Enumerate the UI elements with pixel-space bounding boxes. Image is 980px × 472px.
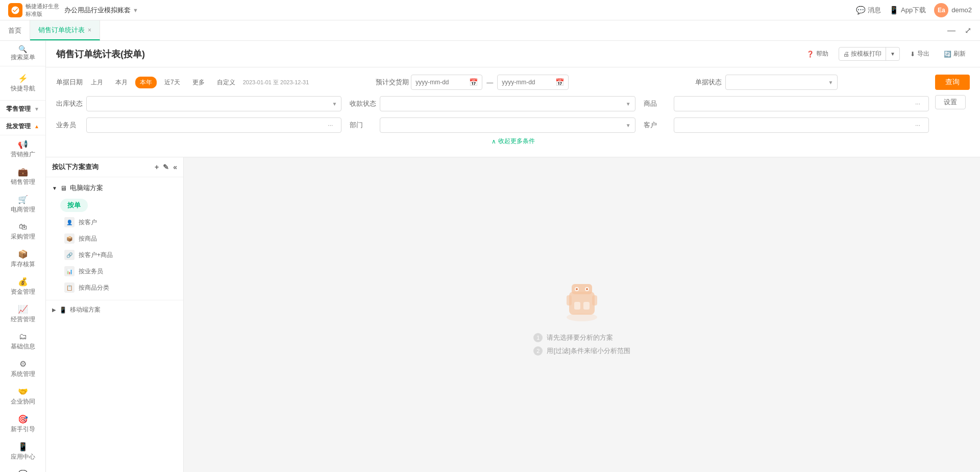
print-button[interactable]: 🖨 按模板打印 ▼ <box>839 47 900 61</box>
sidebar-item-quick-nav[interactable]: ⚡ 快捷导航 <box>0 69 45 97</box>
scheme-child-agent[interactable]: 📊 按业务员 <box>46 263 183 279</box>
goods-label: 商品 <box>644 99 672 108</box>
pay-status-select[interactable]: ▼ <box>380 96 635 111</box>
settings-button[interactable]: 设置 <box>935 95 966 109</box>
sidebar-item-wholesale[interactable]: 批发管理▲ <box>0 118 45 135</box>
agent-scheme-icon: 📊 <box>64 266 75 276</box>
scheme-parent-mobile[interactable]: ▶ 📱 移动端方案 <box>46 302 183 317</box>
customer-scheme-icon: 👤 <box>64 217 75 227</box>
logo-area: 畅捷通好生意 标准版 <box>8 3 59 17</box>
refresh-button[interactable]: 🔄 刷新 <box>940 48 970 60</box>
date-cur-month-btn[interactable]: 本月 <box>111 77 132 88</box>
goods-input[interactable]: ··· <box>674 96 929 111</box>
message-button[interactable]: 💬 消息 <box>856 6 881 15</box>
date-end-input[interactable]: 📅 <box>497 75 569 90</box>
sidebar-item-operations[interactable]: 📈 经营管理 <box>0 300 45 328</box>
goods-dots-icon[interactable]: ··· <box>911 100 924 107</box>
empty-hint-2: 2 用[过滤]条件来缩小分析范围 <box>533 346 630 356</box>
scheme-child-goods[interactable]: 📦 按商品 <box>46 230 183 247</box>
customer-input[interactable]: ··· <box>674 117 929 133</box>
agent-col: 业务员 ··· <box>56 117 341 133</box>
app-download-button[interactable]: 📱 App下载 <box>889 6 926 15</box>
appcenter-icon: 📱 <box>18 442 28 452</box>
inner-layout: 按以下方案查询 + ✎ « ▼ 🖥 电脑端方案 按单 <box>46 157 980 472</box>
sidebar-item-wecom[interactable]: 💬 企业微信 <box>0 465 45 472</box>
logo-text: 畅捷通好生意 标准版 <box>26 3 59 17</box>
print-label-part[interactable]: 🖨 按模板打印 <box>839 48 886 60</box>
scheme-active-item[interactable]: 按单 <box>46 197 183 214</box>
sidebar-item-marketing[interactable]: 📢 营销推广 <box>0 135 45 163</box>
help-button[interactable]: ❓ 帮助 <box>802 48 832 60</box>
workspace-title[interactable]: 办公用品行业模拟账套 ▼ <box>64 6 138 15</box>
edit-scheme-button[interactable]: ✎ <box>163 163 169 171</box>
sidebar-item-retail[interactable]: 零售管理▼ <box>0 101 45 117</box>
filter-fields: 单据日期 上月 本月 本年 近7天 更多 自定义 2023-01-01 至 20… <box>56 75 929 133</box>
scheme-parent-desktop[interactable]: ▼ 🖥 电脑端方案 <box>46 179 183 197</box>
goods-field[interactable] <box>678 100 911 107</box>
customer-goods-scheme-icon: 🔗 <box>64 250 75 260</box>
scheme-child-customer-goods[interactable]: 🔗 按客户+商品 <box>46 247 183 263</box>
customer-dots-icon[interactable]: ··· <box>911 122 924 129</box>
agent-input[interactable]: ··· <box>86 117 341 133</box>
dept-select[interactable]: ▼ <box>380 117 635 133</box>
sidebar-item-appcenter[interactable]: 📱 应用中心 <box>0 438 45 465</box>
date-7days-btn[interactable]: 近7天 <box>160 77 185 88</box>
sidebar-item-finance[interactable]: 💰 资金管理 <box>0 273 45 300</box>
print-arrow-part[interactable]: ▼ <box>886 49 899 59</box>
customer-field[interactable] <box>678 122 911 129</box>
sidebar-item-enterprise[interactable]: 🤝 企业协同 <box>0 383 45 410</box>
sidebar-item-purchase[interactable]: 🛍 采购管理 <box>0 218 45 245</box>
collapse-up-icon: ∧ <box>492 138 496 145</box>
agent-dots-icon[interactable]: ··· <box>324 122 337 129</box>
status-select[interactable]: ▼ <box>725 75 838 90</box>
date-more-btn[interactable]: 更多 <box>188 77 209 88</box>
scheme-child-customer[interactable]: 👤 按客户 <box>46 214 183 230</box>
sidebar-item-sales[interactable]: 💼 销售管理 <box>0 163 45 191</box>
goods-col: 商品 ··· <box>644 96 929 111</box>
sidebar-item-basic[interactable]: 🗂 基础信息 <box>0 328 45 355</box>
scheme-section-desktop: ▼ 🖥 电脑端方案 按单 👤 按客户 📦 按商品 <box>46 177 183 298</box>
tab-expand-button[interactable]: ⤢ <box>962 25 974 37</box>
sidebar-item-ecommerce[interactable]: 🛒 电商管理 <box>0 191 45 218</box>
tab-close-icon[interactable]: × <box>88 27 91 34</box>
sidebar-search[interactable]: 🔍 搜索菜单 <box>0 41 45 66</box>
sidebar-item-newbie[interactable]: 🎯 新手引导 <box>0 410 45 438</box>
sidebar-item-system[interactable]: ⚙ 系统管理 <box>0 355 45 383</box>
user-profile[interactable]: Ea demo2 <box>934 3 972 17</box>
date-prev-month-btn[interactable]: 上月 <box>86 77 108 88</box>
tab-sales-order[interactable]: 销售订单统计表 × <box>30 20 100 40</box>
main-layout: 🔍 搜索菜单 ⚡ 快捷导航 零售管理▼ 批发管理▲ 📢 营销推广 💼 销售管理 <box>0 41 980 472</box>
status-arrow-icon: ▼ <box>828 80 833 85</box>
ecommerce-icon: 🛒 <box>18 195 28 204</box>
date-start-field[interactable] <box>415 79 469 86</box>
scheme-expand-arrow: ▼ <box>52 185 57 191</box>
expected-date-col: 预计交货期 📅 — 📅 <box>376 75 687 90</box>
collapse-filter-button[interactable]: ∧ 收起更多条件 <box>56 133 970 150</box>
tab-home[interactable]: 首页 <box>0 20 30 40</box>
date-custom-btn[interactable]: 自定义 <box>212 77 240 88</box>
scheme-child-category[interactable]: 📋 按商品分类 <box>46 279 183 296</box>
date-start-input[interactable]: 📅 <box>411 75 482 90</box>
ship-status-select[interactable]: ▼ <box>86 96 341 111</box>
query-button[interactable]: 查询 <box>935 75 970 90</box>
ship-status-label: 出库状态 <box>56 99 84 108</box>
top-bar-left: 畅捷通好生意 标准版 办公用品行业模拟账套 ▼ <box>8 3 138 17</box>
refresh-icon: 🔄 <box>944 51 951 58</box>
agent-field[interactable] <box>91 122 324 129</box>
sidebar-section-retail: 零售管理▼ <box>0 101 45 118</box>
ship-status-arrow-icon: ▼ <box>332 101 337 107</box>
add-scheme-button[interactable]: + <box>155 163 159 171</box>
filter-row-3: 业务员 ··· 部门 ▼ <box>56 117 929 133</box>
export-button[interactable]: ⬇ 导出 <box>906 48 934 60</box>
collapse-panel-button[interactable]: « <box>173 163 177 171</box>
tab-bar-right: — ⤢ <box>945 25 980 37</box>
tab-bar: 首页 销售订单统计表 × — ⤢ <box>0 20 980 41</box>
date-cur-year-btn[interactable]: 本年 <box>135 77 157 88</box>
tab-minimize-button[interactable]: — <box>945 25 958 37</box>
filter-panel: 单据日期 上月 本月 本年 近7天 更多 自定义 2023-01-01 至 20… <box>46 67 980 157</box>
pay-status-col: 收款状态 ▼ <box>350 96 635 111</box>
help-icon: ❓ <box>806 51 814 58</box>
sidebar-item-inventory[interactable]: 📦 库存核算 <box>0 245 45 273</box>
filter-row-1: 单据日期 上月 本月 本年 近7天 更多 自定义 2023-01-01 至 20… <box>56 75 929 90</box>
date-end-field[interactable] <box>502 79 555 86</box>
